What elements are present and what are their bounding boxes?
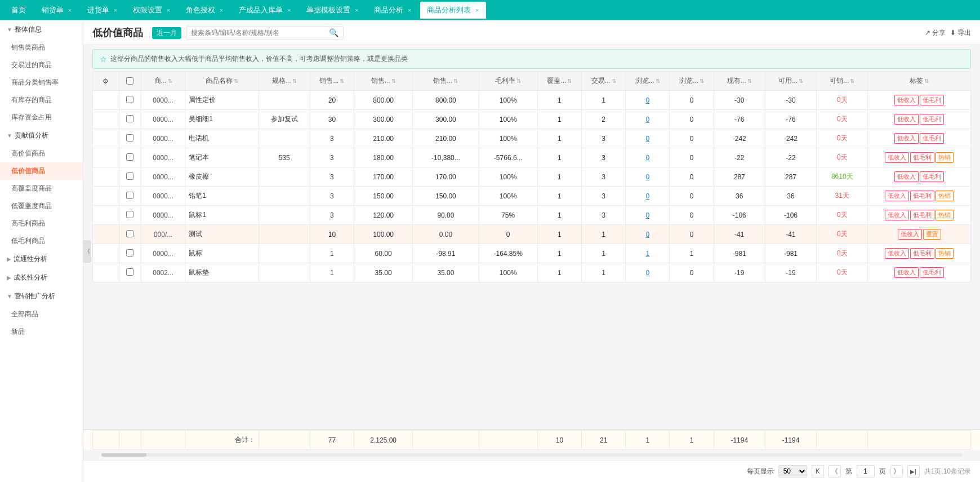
row-select-checkbox[interactable] (126, 192, 133, 199)
view1-link[interactable]: 0 (646, 211, 650, 219)
view1-link[interactable]: 0 (646, 96, 650, 104)
table-container[interactable]: ⚙ 商...⇅ 商品名称⇅ 规格...⇅ 销售...⇅ 销售...⇅ 销售...… (83, 71, 980, 429)
close-icon[interactable]: × (114, 7, 117, 14)
view1-link[interactable]: 0 (646, 116, 650, 123)
sidebar-collapse-button[interactable]: 《 (83, 240, 91, 263)
first-page-button[interactable]: K (812, 465, 824, 477)
row-view1[interactable]: 0 (626, 110, 670, 129)
sidebar-item-low-value[interactable]: 低价值商品 (0, 162, 83, 180)
row-view1[interactable]: 1 (626, 244, 670, 263)
select-all-checkbox[interactable] (126, 77, 133, 85)
row-checkbox[interactable] (119, 167, 141, 187)
sort-icon[interactable]: ⇅ (292, 78, 297, 84)
row-checkbox[interactable] (119, 148, 141, 167)
nav-product-analysis[interactable]: 商品分析 × (367, 2, 418, 19)
row-checkbox[interactable] (119, 206, 141, 225)
col-code[interactable]: 商...⇅ (141, 72, 185, 91)
col-settings[interactable]: ⚙ (93, 72, 119, 91)
sort-icon[interactable]: ⇅ (799, 78, 803, 84)
col-current-stock[interactable]: 现有...⇅ (714, 72, 765, 91)
sidebar-item-category-sales[interactable]: 商品分类销售率 (0, 74, 83, 91)
nav-roles[interactable]: 角色授权 × (179, 2, 230, 19)
sort-icon[interactable]: ⇅ (850, 78, 854, 84)
sidebar-group-overall[interactable]: ▼ 整体信息 (0, 20, 83, 39)
col-view1[interactable]: 浏览...⇅ (626, 72, 670, 91)
row-select-checkbox[interactable] (126, 173, 133, 180)
close-icon[interactable]: × (355, 7, 358, 14)
row-view1[interactable]: 0 (626, 129, 670, 148)
row-select-checkbox[interactable] (126, 268, 133, 276)
nav-product-inbound[interactable]: 产成品入库单 × (232, 2, 297, 19)
view1-link[interactable]: 0 (646, 154, 650, 162)
col-trade[interactable]: 交易...⇅ (582, 72, 626, 91)
row-checkbox[interactable] (119, 263, 141, 282)
row-view1[interactable]: 0 (626, 187, 670, 206)
view1-link[interactable]: 0 (646, 135, 650, 143)
row-select-checkbox[interactable] (126, 134, 133, 141)
col-sales-amount[interactable]: 销售...⇅ (413, 72, 479, 91)
view1-link[interactable]: 0 (646, 231, 650, 238)
sidebar-group-liquidity[interactable]: ▶ 流通性分析 (0, 250, 83, 268)
scrollbar-thumb[interactable] (101, 453, 146, 457)
close-icon[interactable]: × (408, 7, 411, 14)
row-checkbox[interactable] (119, 225, 141, 244)
row-select-checkbox[interactable] (126, 115, 133, 122)
next-page-button[interactable]: 》 (890, 465, 903, 477)
sidebar-item-traded-products[interactable]: 交易过的商品 (0, 56, 83, 74)
col-sales-price[interactable]: 销售...⇅ (354, 72, 413, 91)
nav-home[interactable]: 首页 (5, 2, 33, 19)
row-select-checkbox[interactable] (126, 230, 133, 237)
row-view1[interactable]: 0 (626, 148, 670, 167)
share-button[interactable]: ↗ 分享 (925, 28, 946, 38)
row-checkbox[interactable] (119, 91, 141, 110)
view1-link[interactable]: 1 (646, 250, 650, 258)
sidebar-group-marketing[interactable]: ▼ 营销推广分析 (0, 287, 83, 306)
sidebar-item-low-coverage[interactable]: 低覆盖度商品 (0, 197, 83, 215)
page-size-select[interactable]: 50 100 200 (778, 465, 807, 477)
search-input[interactable] (191, 29, 329, 37)
export-button[interactable]: ⬇ 导出 (950, 28, 971, 38)
row-select-checkbox[interactable] (126, 96, 133, 103)
col-coverage[interactable]: 覆盖...⇅ (537, 72, 581, 91)
sidebar-item-high-value[interactable]: 高价值商品 (0, 145, 83, 162)
sidebar-item-low-margin[interactable]: 低毛利商品 (0, 232, 83, 250)
col-name[interactable]: 商品名称⇅ (185, 72, 259, 91)
nav-permissions[interactable]: 权限设置 × (126, 2, 177, 19)
row-checkbox[interactable] (119, 129, 141, 148)
view1-link[interactable]: 0 (646, 192, 650, 200)
horizontal-scrollbar[interactable] (101, 453, 962, 457)
col-margin[interactable]: 毛利率⇅ (479, 72, 537, 91)
sort-icon[interactable]: ⇅ (453, 78, 458, 84)
current-page-input[interactable] (857, 465, 875, 477)
col-tags[interactable]: 标签⇅ (868, 72, 971, 91)
col-view2[interactable]: 浏览...⇅ (670, 72, 714, 91)
sidebar-item-all-products[interactable]: 全部商品 (0, 306, 83, 323)
row-select-checkbox[interactable] (126, 249, 133, 257)
sort-icon[interactable]: ⇅ (700, 78, 704, 84)
time-tag-button[interactable]: 近一月 (152, 27, 181, 39)
row-checkbox[interactable] (119, 244, 141, 263)
sidebar-item-stocked-products[interactable]: 有库存的商品 (0, 91, 83, 109)
sort-icon[interactable]: ⇅ (656, 78, 660, 84)
sidebar-group-growth[interactable]: ▶ 成长性分析 (0, 268, 83, 287)
prev-page-button[interactable]: 《 (828, 465, 841, 477)
col-spec[interactable]: 规格...⇅ (259, 72, 310, 91)
row-select-checkbox[interactable] (126, 211, 133, 218)
row-view1[interactable]: 0 (626, 91, 670, 110)
sort-icon[interactable]: ⇅ (516, 78, 521, 84)
sidebar-group-contribution[interactable]: ▼ 贡献值分析 (0, 126, 83, 145)
nav-sales[interactable]: 销货单 × (35, 2, 78, 19)
sidebar-item-high-coverage[interactable]: 高覆盖度商品 (0, 180, 83, 197)
sort-icon[interactable]: ⇅ (391, 78, 396, 84)
sort-icon[interactable]: ⇅ (168, 78, 172, 84)
sidebar-item-high-margin[interactable]: 高毛利商品 (0, 215, 83, 232)
row-checkbox[interactable] (119, 187, 141, 206)
nav-template-settings[interactable]: 单据模板设置 × (300, 2, 365, 19)
close-icon[interactable]: × (167, 7, 170, 14)
sort-icon[interactable]: ⇅ (924, 78, 929, 84)
view1-link[interactable]: 0 (646, 269, 650, 277)
view1-link[interactable]: 0 (646, 173, 650, 181)
sidebar-item-new-products[interactable]: 新品 (0, 323, 83, 341)
nav-purchase[interactable]: 进货单 × (81, 2, 124, 19)
sidebar-item-inventory-capital[interactable]: 库存资金占用 (0, 109, 83, 126)
